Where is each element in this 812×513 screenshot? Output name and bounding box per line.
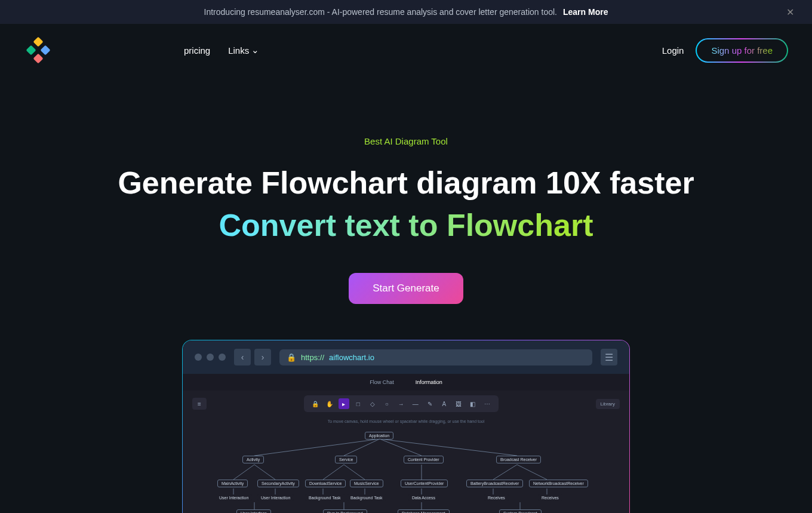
nav-pricing[interactable]: pricing [184, 45, 210, 56]
canvas[interactable]: Application Activity Service Content Pro… [183, 426, 629, 513]
node-data-access[interactable]: Data Access [408, 494, 439, 501]
svg-line-10 [323, 465, 344, 480]
signup-label: Sign up for free [711, 45, 773, 56]
node-battery-receiver[interactable]: BatteryBroadcastReceiver [466, 480, 523, 487]
svg-line-5 [344, 439, 380, 456]
node-activity[interactable]: Activity [242, 456, 264, 463]
eraser-tool-icon[interactable]: ◧ [467, 398, 478, 409]
node-receives[interactable]: Receives [484, 494, 509, 501]
lock-tool-icon[interactable]: 🔒 [310, 398, 321, 409]
demo-frame: ‹ › 🔒 https://aiflowchart.io ☰ Flow Chat… [182, 340, 630, 513]
hero-tag: Best AI Diagram Tool [364, 136, 448, 146]
login-link[interactable]: Login [662, 45, 684, 56]
hero-title: Generate Flowchart diagram 10X faster [12, 164, 800, 201]
node-user-content-provider[interactable]: UserContentProvider [401, 480, 448, 487]
more-tool-icon[interactable]: ⋯ [482, 398, 493, 409]
signup-button[interactable]: Sign up for free [696, 38, 788, 63]
browser-dots [195, 354, 226, 361]
node-user-interface[interactable]: User Interface [236, 509, 271, 513]
app-interface: Flow Chat Information ≡ 🔒 ✋ ▸ □ ◇ ○ → — [183, 374, 629, 513]
node-music-service[interactable]: MusicService [350, 480, 383, 487]
browser-bar: ‹ › 🔒 https://aiflowchart.io ☰ [183, 340, 629, 374]
announcement-text: Introducing resumeanalyser.com - AI-powe… [204, 7, 557, 17]
tab-information[interactable]: Information [411, 377, 447, 387]
browser-nav: ‹ › [234, 349, 271, 365]
nav-links-dropdown[interactable]: Links ⌄ [228, 45, 259, 56]
node-user-interaction2[interactable]: User Interaction [257, 494, 294, 501]
image-tool-icon[interactable]: 🖼 [453, 398, 464, 409]
back-arrow-icon[interactable]: ‹ [234, 349, 251, 365]
svg-line-13 [493, 465, 517, 480]
app-tabs: Flow Chat Information [183, 374, 629, 391]
logo[interactable] [24, 36, 53, 64]
node-database-management[interactable]: Database Management [398, 509, 450, 513]
tool-palette: 🔒 ✋ ▸ □ ◇ ○ → — ✎ A 🖼 ◧ ⋯ [304, 395, 499, 412]
svg-rect-0 [33, 37, 44, 47]
hand-tool-icon[interactable]: ✋ [324, 398, 335, 409]
chevron-down-icon: ⌄ [251, 45, 259, 56]
arrow-tool-icon[interactable]: → [396, 398, 407, 409]
line-tool-icon[interactable]: — [410, 398, 421, 409]
settings-icon[interactable]: ☰ [601, 349, 617, 365]
hero-subtitle: Convert text to Flowchart [12, 207, 800, 243]
node-application[interactable]: Application [365, 432, 393, 440]
svg-line-8 [233, 465, 254, 480]
rectangle-tool-icon[interactable]: □ [353, 398, 364, 409]
demo-container: ‹ › 🔒 https://aiflowchart.io ☰ Flow Chat… [170, 340, 642, 513]
svg-line-6 [380, 439, 422, 456]
toolbar: ≡ 🔒 ✋ ▸ □ ◇ ○ → — ✎ A 🖼 ◧ ⋯ [183, 391, 629, 417]
url-bar[interactable]: 🔒 https://aiflowchart.io [279, 349, 592, 365]
browser-dot-yellow [207, 354, 214, 361]
nav-links-label: Links [228, 45, 249, 56]
library-button[interactable]: Library [596, 399, 620, 409]
svg-rect-3 [33, 54, 44, 64]
node-broadcast-receiver[interactable]: Broadcast Receiver [496, 456, 541, 463]
url-protocol: https:// [301, 353, 324, 362]
start-generate-button[interactable]: Start Generate [349, 273, 463, 304]
node-background-task2[interactable]: Background Task [347, 494, 386, 501]
forward-arrow-icon[interactable]: › [254, 349, 271, 365]
announcement-bar: Introducing resumeanalyser.com - AI-powe… [0, 0, 812, 24]
svg-line-11 [344, 465, 365, 480]
navbar: pricing Links ⌄ Login Sign up for free [0, 24, 812, 76]
browser-dot-green [219, 354, 226, 361]
node-system-broadcast[interactable]: System Broadcast [499, 509, 542, 513]
tab-flow-chat[interactable]: Flow Chat [365, 377, 399, 387]
node-content-provider[interactable]: Content Provider [404, 456, 444, 463]
pointer-tool-icon[interactable]: ▸ [339, 398, 349, 409]
browser-dot-red [195, 354, 202, 361]
svg-rect-2 [41, 45, 51, 56]
nav-right: Login Sign up for free [662, 38, 788, 63]
url-domain: aiflowchart.io [329, 353, 374, 362]
node-run-background[interactable]: Run in Background [323, 509, 367, 513]
node-background-task[interactable]: Background Task [305, 494, 345, 501]
nav-links: pricing Links ⌄ [184, 45, 259, 56]
learn-more-link[interactable]: Learn More [563, 7, 608, 17]
lock-icon: 🔒 [287, 353, 296, 362]
text-tool-icon[interactable]: A [439, 398, 450, 409]
node-network-receiver[interactable]: NetworkBroadcastReceiver [529, 480, 588, 487]
node-user-interaction[interactable]: User Interaction [216, 494, 252, 501]
diamond-tool-icon[interactable]: ◇ [367, 398, 378, 409]
svg-line-9 [254, 465, 275, 480]
circle-tool-icon[interactable]: ○ [382, 398, 392, 409]
logo-icon [24, 36, 53, 64]
svg-line-7 [380, 439, 517, 456]
menu-icon[interactable]: ≡ [192, 398, 207, 410]
pen-tool-icon[interactable]: ✎ [425, 398, 435, 409]
node-secondary-activity[interactable]: SecondaryActivity [257, 480, 299, 487]
canvas-hint: To move canvas, hold mouse wheel or spac… [183, 417, 629, 426]
svg-rect-1 [26, 45, 36, 56]
node-receives2[interactable]: Receives [538, 494, 562, 501]
close-icon[interactable]: ✕ [786, 7, 794, 18]
svg-line-4 [254, 439, 380, 456]
node-service[interactable]: Service [335, 456, 357, 463]
hero-section: Best AI Diagram Tool Generate Flowchart … [0, 76, 812, 513]
node-main-activity[interactable]: MainActivity [217, 480, 248, 487]
node-download-service[interactable]: DownloadService [305, 480, 346, 487]
svg-line-14 [517, 465, 547, 480]
